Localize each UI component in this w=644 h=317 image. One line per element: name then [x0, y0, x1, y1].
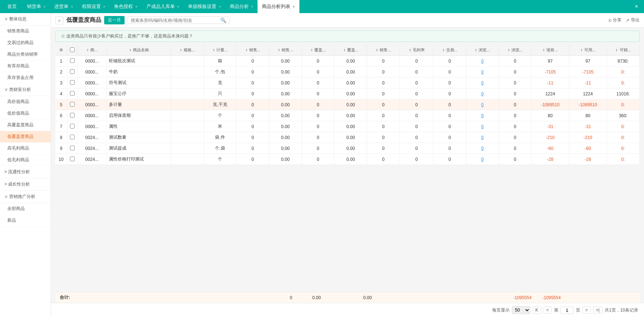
select-all-checkbox[interactable] [70, 47, 75, 52]
cell-10: 0 [367, 110, 400, 121]
cell-1[interactable] [67, 143, 77, 154]
prev-page-button[interactable]: < [543, 306, 552, 314]
export-button[interactable]: ↗ 导出 [626, 17, 640, 23]
cell-15: -11 [531, 78, 569, 88]
cell-16: -60 [569, 143, 606, 154]
nav-item-permissions[interactable]: 权限设置× [78, 0, 110, 13]
col-header-browse1[interactable]: ⬆ 浏览... [466, 45, 499, 56]
cell-12: 0 [433, 99, 466, 110]
page-number-input[interactable]: 1 [561, 306, 574, 314]
cell-10: 0 [367, 154, 400, 165]
col-header-margin[interactable]: ⬆ 毛利率 [400, 45, 433, 56]
nav-close-analysis[interactable]: × [251, 4, 253, 9]
cell-11: 0 [400, 67, 433, 78]
sidebar-item-category-rate[interactable]: 商品分类动销率 [0, 49, 51, 60]
cell-4 [171, 132, 204, 143]
cell-1[interactable] [67, 121, 77, 132]
nav-item-sales[interactable]: 销货单× [23, 0, 50, 13]
export-label: 导出 [631, 17, 640, 23]
cell-10: 0 [367, 67, 400, 78]
col-header-checkbox[interactable] [67, 45, 77, 56]
col-header-coverage2[interactable]: ⬆ 覆盖... [334, 45, 367, 56]
cell-1[interactable] [67, 154, 77, 165]
sidebar-item-all-goods[interactable]: 全部商品 [0, 203, 51, 215]
cell-1[interactable] [67, 67, 77, 78]
sidebar-item-sales-goods[interactable]: 销售类商品 [0, 25, 51, 37]
col-header-sales3[interactable]: ⬆ 销售... [367, 45, 400, 56]
col-header-settings[interactable]: ⚙ [55, 45, 67, 56]
nav-home[interactable]: 首页 [1, 0, 23, 13]
nav-close-purchase[interactable]: × [71, 4, 73, 9]
cell-1[interactable] [67, 88, 77, 99]
sidebar-item-low-coverage[interactable]: 低覆盖度商品 [0, 131, 51, 143]
nav-close-template[interactable]: × [219, 4, 221, 9]
cell-16: 1224 [569, 88, 606, 99]
sidebar-item-in-stock[interactable]: 有库存商品 [0, 60, 51, 72]
nav-close-sales[interactable]: × [43, 4, 46, 9]
date-filter-button[interactable]: 近一月 [104, 16, 125, 24]
col-header-unit[interactable]: ⬆ 计量... [204, 45, 236, 56]
share-label: 分享 [613, 17, 621, 23]
window-close-button[interactable]: × [631, 3, 643, 10]
sidebar-section-整体信息[interactable]: ∨ 整体信息 [0, 13, 51, 25]
sidebar-section-流通性分析[interactable]: > 流通性分析 [0, 166, 51, 178]
cell-2: 0000... [77, 67, 107, 78]
col-header-current-qty[interactable]: ⬆ 现有... [531, 45, 569, 56]
nav-item-analysis-list[interactable]: 商品分析列表× [258, 0, 299, 13]
first-page-button[interactable]: K [533, 306, 541, 314]
cell-0: 3 [55, 78, 67, 88]
cell-1[interactable] [67, 110, 77, 121]
sidebar-item-low-margin[interactable]: 低毛利商品 [0, 154, 51, 166]
share-button[interactable]: ⎋ 分享 [609, 17, 621, 23]
nav-item-analysis[interactable]: 商品分析× [225, 0, 258, 13]
nav-close-roles[interactable]: × [135, 4, 137, 9]
search-input[interactable] [131, 18, 220, 23]
col-header-available[interactable]: ⬆ 可用... [569, 45, 606, 56]
nav-item-purchase[interactable]: 进货单× [50, 0, 77, 13]
cell-13: 0 [466, 78, 499, 88]
col-header-browse2[interactable]: ⬆ 浏览... [499, 45, 531, 56]
sidebar-collapse-button[interactable]: « [55, 16, 63, 24]
nav-item-template[interactable]: 单据模板设置× [184, 0, 225, 13]
col-header-sellable[interactable]: ⬆ 可销... [607, 45, 640, 56]
cell-1[interactable] [67, 56, 77, 67]
next-page-button[interactable]: > [582, 306, 591, 314]
sidebar-item-low-value[interactable]: 低价值商品 [0, 108, 51, 119]
cell-4 [171, 88, 204, 99]
col-header-trade[interactable]: ⬆ 交易... [433, 45, 466, 56]
sidebar-item-high-value[interactable]: 高价值商品 [0, 96, 51, 108]
col-header-spec[interactable]: ⬆ 规格... [171, 45, 204, 56]
search-icon[interactable]: 🔍 [220, 17, 226, 23]
col-header-sales-qty[interactable]: ⬆ 销售... [236, 45, 269, 56]
nav-close-analysis-list[interactable]: × [292, 4, 295, 9]
sidebar-item-high-coverage[interactable]: 高覆盖度商品 [0, 119, 51, 131]
col-header-name[interactable]: ⬆ 商品名称 [107, 45, 171, 56]
main-layout: ∨ 整体信息销售类商品交易过的商品商品分类动销率有库存商品库存资金占用∨ 类财富… [0, 13, 644, 317]
cell-0: 6 [55, 110, 67, 121]
sidebar-item-traded-goods[interactable]: 交易过的商品 [0, 37, 51, 49]
sidebar-item-new-goods[interactable]: 新品 [0, 215, 51, 226]
nav-close-permissions[interactable]: × [103, 4, 105, 9]
per-page-select[interactable]: 2050100200 [512, 306, 530, 314]
sidebar-section-成长性分析[interactable]: > 成长性分析 [0, 178, 51, 191]
cell-17: 360: [607, 110, 640, 121]
cell-1[interactable] [67, 132, 77, 143]
sidebar-section-营销推广分析[interactable]: ∨ 营销推广分析 [0, 191, 51, 203]
cell-9: 0.00 [334, 154, 367, 165]
col-header-coverage1[interactable]: ⬆ 覆盖... [302, 45, 334, 56]
cell-9: 0.00 [334, 99, 367, 110]
cell-10: 0 [367, 99, 400, 110]
sidebar-item-stock-fund[interactable]: 库存资金占用 [0, 72, 51, 84]
cell-1[interactable] [67, 99, 77, 110]
cell-1[interactable] [67, 78, 77, 88]
sidebar-section-类财富分析[interactable]: ∨ 类财富分析 [0, 84, 51, 96]
nav-close-stock-in[interactable]: × [177, 4, 179, 9]
cell-6: 0 [236, 88, 269, 99]
last-page-button[interactable]: >| [593, 306, 602, 314]
sidebar-item-high-margin[interactable]: 高毛利商品 [0, 143, 51, 154]
nav-item-stock-in[interactable]: 产成品入库单× [142, 0, 184, 13]
col-header-code[interactable]: ⬆ 商... [77, 45, 107, 56]
nav-item-roles[interactable]: 角色授权× [110, 0, 142, 13]
col-header-sales-amt[interactable]: ⬆ 销售... [269, 45, 302, 56]
cell-12: 0 [433, 121, 466, 132]
